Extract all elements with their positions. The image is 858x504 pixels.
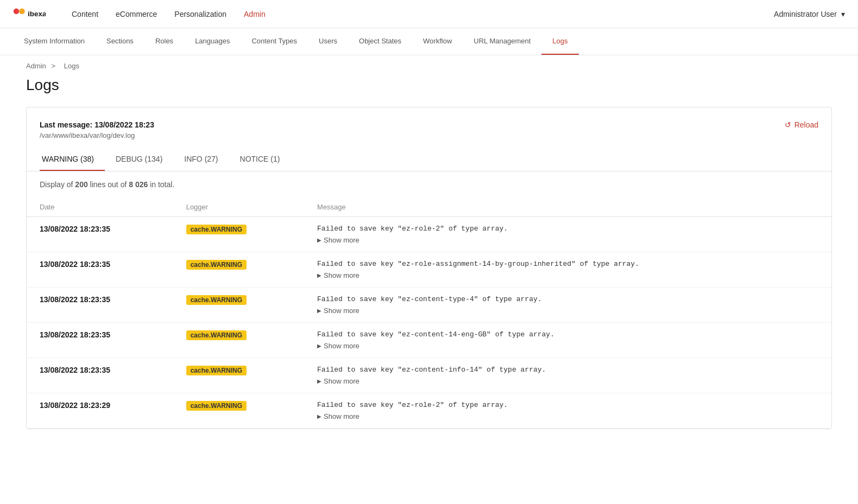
cell-logger: cache.WARNING — [173, 252, 304, 288]
cell-date: 13/08/2022 18:23:35 — [27, 358, 173, 393]
cell-logger: cache.WARNING — [173, 393, 304, 429]
show-more-button[interactable]: Show more — [317, 271, 359, 279]
table-row: 13/08/2022 18:23:35cache.WARNINGFailed t… — [27, 252, 831, 288]
logger-badge: cache.WARNING — [186, 260, 247, 270]
user-name: Administrator User — [774, 10, 837, 18]
log-tabs: WARNING (38) DEBUG (134) INFO (27) NOTIC… — [27, 148, 831, 171]
reload-label: Reload — [794, 120, 818, 129]
cell-message: Failed to save key "ez-role-2" of type a… — [304, 217, 831, 252]
page-title: Logs — [0, 76, 858, 107]
logger-badge: cache.WARNING — [186, 366, 247, 375]
second-nav-logs[interactable]: Logs — [541, 28, 578, 55]
message-text: Failed to save key "ez-content-14-eng-GB… — [317, 330, 818, 339]
cell-date: 13/08/2022 18:23:35 — [27, 323, 173, 358]
second-nav-sections[interactable]: Sections — [96, 28, 144, 55]
message-text: Failed to save key "ez-content-info-14" … — [317, 366, 818, 374]
display-info-mid: lines out of — [90, 180, 127, 189]
last-message-label: Last message: 13/08/2022 18:23 — [40, 120, 154, 129]
show-more-button[interactable]: Show more — [317, 377, 359, 385]
cell-message: Failed to save key "ez-content-14-eng-GB… — [304, 323, 831, 358]
show-more-button[interactable]: Show more — [317, 342, 359, 350]
tab-warning[interactable]: WARNING (38) — [40, 148, 105, 171]
svg-point-0 — [14, 8, 20, 14]
table-row: 13/08/2022 18:23:35cache.WARNINGFailed t… — [27, 323, 831, 358]
cell-message: Failed to save key "ez-role-assignment-1… — [304, 252, 831, 288]
nav-personalization[interactable]: Personalization — [174, 10, 226, 18]
cell-date: 13/08/2022 18:23:29 — [27, 393, 173, 429]
user-menu[interactable]: Administrator User ▾ — [774, 10, 845, 18]
logger-badge: cache.WARNING — [186, 330, 247, 340]
second-nav-users[interactable]: Users — [308, 28, 348, 55]
second-navigation: System Information Sections Roles Langua… — [0, 28, 858, 55]
breadcrumb: Admin > Logs — [0, 55, 858, 76]
cell-logger: cache.WARNING — [173, 323, 304, 358]
table-row: 13/08/2022 18:23:35cache.WARNINGFailed t… — [27, 217, 831, 252]
col-date: Date — [27, 197, 173, 217]
cell-logger: cache.WARNING — [173, 217, 304, 252]
show-more-button[interactable]: Show more — [317, 236, 359, 244]
tab-debug[interactable]: DEBUG (134) — [113, 148, 173, 171]
display-info-prefix: Display of — [40, 180, 73, 189]
tab-notice[interactable]: NOTICE (1) — [238, 148, 291, 171]
top-nav-left: ibexa Content eCommerce Personalization … — [13, 7, 266, 22]
breadcrumb-admin[interactable]: Admin — [26, 62, 46, 70]
table-row: 13/08/2022 18:23:29cache.WARNINGFailed t… — [27, 393, 831, 429]
cell-date: 13/08/2022 18:23:35 — [27, 288, 173, 323]
logo[interactable]: ibexa — [13, 7, 46, 22]
log-table: Date Logger Message 13/08/2022 18:23:35c… — [27, 197, 831, 429]
cell-message: Failed to save key "ez-content-type-4" o… — [304, 288, 831, 323]
table-header: Date Logger Message — [27, 197, 831, 217]
message-text: Failed to save key "ez-role-2" of type a… — [317, 225, 818, 233]
display-count: 200 — [75, 180, 87, 189]
svg-point-1 — [19, 8, 25, 14]
table-info: Display of 200 lines out of 8 026 in tot… — [27, 171, 831, 197]
cell-logger: cache.WARNING — [173, 358, 304, 393]
second-nav-url-management[interactable]: URL Management — [463, 28, 541, 55]
card-header: Last message: 13/08/2022 18:23 /var/www/… — [27, 107, 831, 148]
second-nav-workflow[interactable]: Workflow — [412, 28, 463, 55]
second-nav-roles[interactable]: Roles — [144, 28, 184, 55]
table-row: 13/08/2022 18:23:35cache.WARNINGFailed t… — [27, 288, 831, 323]
reload-icon: ↺ — [785, 120, 791, 129]
chevron-down-icon: ▾ — [841, 10, 845, 18]
top-navigation: ibexa Content eCommerce Personalization … — [0, 0, 858, 28]
second-nav-content-types[interactable]: Content Types — [241, 28, 308, 55]
total-count: 8 026 — [129, 180, 148, 189]
message-text: Failed to save key "ez-role-assignment-1… — [317, 260, 818, 268]
reload-button[interactable]: ↺ Reload — [785, 120, 818, 129]
tab-info[interactable]: INFO (27) — [182, 148, 229, 171]
cell-date: 13/08/2022 18:23:35 — [27, 252, 173, 288]
nav-content[interactable]: Content — [72, 10, 98, 18]
nav-ecommerce[interactable]: eCommerce — [116, 10, 157, 18]
logger-badge: cache.WARNING — [186, 401, 247, 411]
logger-badge: cache.WARNING — [186, 225, 247, 234]
breadcrumb-separator: > — [51, 62, 57, 70]
second-nav-object-states[interactable]: Object States — [348, 28, 412, 55]
nav-admin[interactable]: Admin — [244, 10, 266, 18]
table-body: 13/08/2022 18:23:35cache.WARNINGFailed t… — [27, 217, 831, 429]
log-path: /var/www/ibexa/var/log/dev.log — [40, 131, 154, 139]
show-more-button[interactable]: Show more — [317, 307, 359, 315]
second-nav-system-information[interactable]: System Information — [13, 28, 96, 55]
col-logger: Logger — [173, 197, 304, 217]
col-message: Message — [304, 197, 831, 217]
cell-message: Failed to save key "ez-role-2" of type a… — [304, 393, 831, 429]
cell-message: Failed to save key "ez-content-info-14" … — [304, 358, 831, 393]
breadcrumb-current: Logs — [64, 62, 79, 70]
logs-card: Last message: 13/08/2022 18:23 /var/www/… — [26, 107, 832, 429]
show-more-button[interactable]: Show more — [317, 412, 359, 420]
message-text: Failed to save key "ez-content-type-4" o… — [317, 295, 818, 303]
table-row: 13/08/2022 18:23:35cache.WARNINGFailed t… — [27, 358, 831, 393]
svg-text:ibexa: ibexa — [28, 9, 46, 17]
cell-logger: cache.WARNING — [173, 288, 304, 323]
cell-date: 13/08/2022 18:23:35 — [27, 217, 173, 252]
display-info-suffix: in total. — [150, 180, 174, 189]
second-nav-languages[interactable]: Languages — [184, 28, 241, 55]
logger-badge: cache.WARNING — [186, 295, 247, 305]
card-header-info: Last message: 13/08/2022 18:23 /var/www/… — [40, 120, 154, 139]
message-text: Failed to save key "ez-role-2" of type a… — [317, 401, 818, 409]
